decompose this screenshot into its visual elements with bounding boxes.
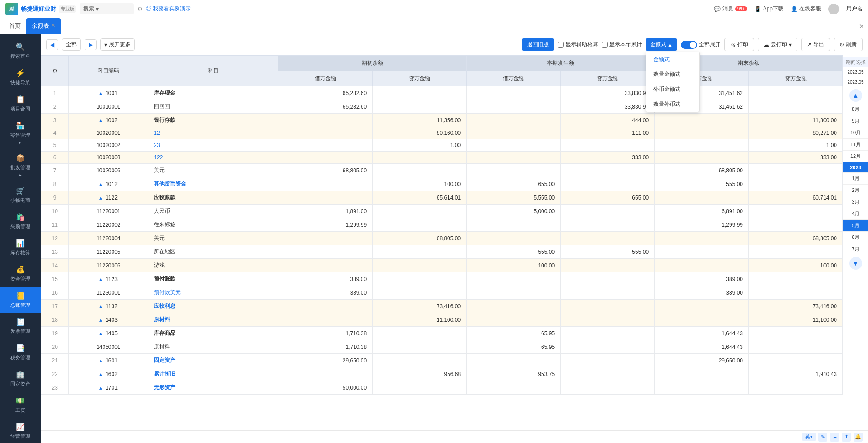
dropdown-item-qty-amount[interactable]: 数量金额式 <box>646 67 699 82</box>
nav-left-btn[interactable]: ◀ <box>46 39 58 50</box>
account-name[interactable]: 原材料 <box>148 313 278 327</box>
sidebar-item-capital[interactable]: 💰 资金管理 <box>0 261 41 287</box>
table-row[interactable]: 18▴ 1403原材料11,100.0011,100.00 <box>41 313 843 327</box>
edit-icon[interactable]: ✎ <box>818 433 827 442</box>
period-8[interactable]: 8月 <box>843 104 868 115</box>
expand-toggle[interactable]: 全部展开 <box>681 41 721 49</box>
table-row[interactable]: 1111220002往来标签1,299.991,299.99 <box>41 218 843 232</box>
user-avatar[interactable] <box>828 4 839 14</box>
sidebar-item-project[interactable]: 📋 项目合同 <box>0 91 41 117</box>
account-name[interactable]: 23 <box>148 139 278 152</box>
table-row[interactable]: 3▴ 1002银行存款11,356.00444.0011,800.00 <box>41 114 843 127</box>
table-row[interactable]: 21▴ 1601固定资产29,650.0029,650.00 <box>41 354 843 367</box>
show-aux-checkbox[interactable]: 显示辅助核算 <box>558 41 598 48</box>
account-name[interactable]: 无形资产 <box>148 381 278 395</box>
sidebar-item-accounting[interactable]: 📒 总账管理 <box>0 287 41 313</box>
sidebar-item-inventory[interactable]: 📊 库存核算 <box>0 234 41 261</box>
table-row[interactable]: 210010001回回回65,282.6033,830.9831,451.62 <box>41 100 843 114</box>
table-row[interactable]: 15▴ 1123预付账款389.00389.00 <box>41 272 843 286</box>
table-row[interactable]: 1011220001人民币1,891.005,000.006,891.00 <box>41 205 843 218</box>
dropdown-item-amount[interactable]: 金额式 <box>646 52 699 67</box>
table-row[interactable]: 19▴ 1405库存商品1,710.3865.951,644.43 <box>41 327 843 340</box>
sidebar-item-purchase[interactable]: 🛍️ 采购管理 <box>0 208 41 234</box>
table-row[interactable]: 510020002231.001.00 <box>41 139 843 152</box>
sidebar-item-salary[interactable]: 💵 工资 <box>0 392 41 418</box>
table-row[interactable]: 1▴ 1001库存现金65,282.6033,830.9831,451.62 <box>41 86 843 100</box>
window-close-icon[interactable]: ✕ <box>859 23 864 30</box>
account-name[interactable]: 固定资产 <box>148 354 278 367</box>
amount-mode-btn[interactable]: 金额式 ▲ <box>646 38 677 51</box>
col-settings-header[interactable]: ⚙ <box>41 56 69 86</box>
tab-close-icon[interactable]: ✕ <box>51 23 55 29</box>
lang-toggle[interactable]: 英▾ <box>802 433 816 441</box>
search-dropdown[interactable]: 搜索 ▾ <box>80 3 134 14</box>
table-row[interactable]: 1311220005所在地区555.00555.00 <box>41 245 843 259</box>
period-5[interactable]: 5月 <box>843 220 868 232</box>
account-name[interactable]: 累计折旧 <box>148 367 278 381</box>
table-row[interactable]: 710020006美元68,805.0068,805.00 <box>41 164 843 177</box>
sidebar-item-tax[interactable]: 📑 税务管理 <box>0 339 41 366</box>
table-settings-icon[interactable]: ⚙ <box>52 68 57 74</box>
period-4[interactable]: 4月 <box>843 208 868 220</box>
period-up-btn[interactable]: ▲ <box>849 89 862 102</box>
show-ytd-checkbox[interactable]: 显示本年累计 <box>602 41 642 48</box>
table-row[interactable]: 8▴ 1012其他货币资金100.00655.00555.00 <box>41 177 843 191</box>
nav-right-btn[interactable]: ▶ <box>85 39 97 50</box>
toggle-inner[interactable] <box>681 41 697 49</box>
window-minimize-icon[interactable]: — <box>850 23 856 30</box>
period-3[interactable]: 3月 <box>843 196 868 208</box>
amount-mode-dropdown[interactable]: 金额式 ▲ 金额式 数量金额式 外币金额式 数量外币式 <box>646 38 677 51</box>
period-12[interactable]: 12月 <box>843 151 868 162</box>
table-row[interactable]: 610020003122333.00333.00 <box>41 152 843 164</box>
demo-link[interactable]: ◎ 我要看实例演示 <box>146 5 191 13</box>
period-7[interactable]: 7月 <box>843 243 868 255</box>
period-9[interactable]: 9月 <box>843 115 868 127</box>
table-row[interactable]: 17▴ 1132应收利息73,416.0073,416.00 <box>41 300 843 313</box>
period-6[interactable]: 6月 <box>843 232 868 243</box>
sidebar-item-assets[interactable]: 🏢 固定资产 <box>0 366 41 392</box>
account-name[interactable]: 预付款美元 <box>148 286 278 300</box>
table-row[interactable]: 1211220004美元68,805.0068,805.00 <box>41 232 843 245</box>
table-row[interactable]: 4100200011280,160.00111.0080,271.00 <box>41 127 843 139</box>
aux-checkbox-input[interactable] <box>558 42 564 48</box>
period-10[interactable]: 10月 <box>843 127 868 139</box>
table-row[interactable]: 2014050001原材料1,710.3865.951,644.43 <box>41 340 843 354</box>
tab-balance[interactable]: 余额表 ✕ <box>26 18 61 34</box>
table-row[interactable]: 9▴ 1122应收账款65,614.015,555.00655.0060,714… <box>41 191 843 205</box>
account-name[interactable]: 其他货币资金 <box>148 177 278 191</box>
period-year-2023[interactable]: 2023 <box>843 162 868 173</box>
period-down-btn[interactable]: ▼ <box>849 257 862 270</box>
dropdown-item-qty-foreign[interactable]: 数量外币式 <box>646 97 699 112</box>
ytd-checkbox-input[interactable] <box>602 42 608 48</box>
cloud-icon[interactable]: ☁ <box>830 433 839 442</box>
period-2023-start[interactable]: 2023.05 <box>843 67 868 77</box>
download-btn[interactable]: 📱 App下载 <box>755 5 783 13</box>
table-row[interactable]: 23▴ 1701无形资产50,000.00 <box>41 381 843 395</box>
expand-btn[interactable]: ▾ 展开更多 <box>100 38 135 51</box>
account-name[interactable]: 122 <box>148 152 278 164</box>
period-1[interactable]: 1月 <box>843 173 868 185</box>
account-name[interactable]: 12 <box>148 127 278 139</box>
print-btn[interactable]: 🖨 打印 <box>724 38 754 51</box>
sidebar-item-operations[interactable]: 📈 经营管理 <box>0 418 41 443</box>
dropdown-item-foreign[interactable]: 外币金额式 <box>646 82 699 97</box>
notification-icon[interactable]: 🔔 <box>854 433 863 442</box>
table-row[interactable]: 22▴ 1602累计折旧956.68953.751,910.43 <box>41 367 843 381</box>
tab-home[interactable]: 首页 <box>4 18 26 34</box>
account-name[interactable]: 应收利息 <box>148 300 278 313</box>
table-row[interactable]: 1611230001预付款美元389.00389.00 <box>41 286 843 300</box>
sidebar-item-invoice[interactable]: 🧾 发票管理 <box>0 313 41 339</box>
sidebar-item-quick[interactable]: ⚡ 快捷导航 <box>0 64 41 91</box>
sidebar-item-search[interactable]: 🔍 搜索菜单 <box>0 38 41 64</box>
sidebar-item-wholesale[interactable]: 📦 批发管理 ▸ <box>0 149 41 182</box>
sidebar-item-retail[interactable]: 🏪 零售管理 ▸ <box>0 117 41 149</box>
period-2023-end[interactable]: 2023.05 <box>843 77 868 87</box>
settings-icon[interactable]: ⚙ <box>137 6 142 12</box>
period-11[interactable]: 11月 <box>843 139 868 151</box>
cloud-print-btn[interactable]: ☁ 云打印 ▾ <box>758 38 797 51</box>
breadcrumb-nav[interactable]: 全部 <box>62 38 81 51</box>
message-btn[interactable]: 💬 消息 99+ <box>714 5 747 13</box>
service-btn[interactable]: 👤 在线客服 <box>791 5 821 13</box>
export-btn[interactable]: ↗ 导出 <box>801 38 830 51</box>
upload-icon[interactable]: ⬆ <box>842 433 851 442</box>
